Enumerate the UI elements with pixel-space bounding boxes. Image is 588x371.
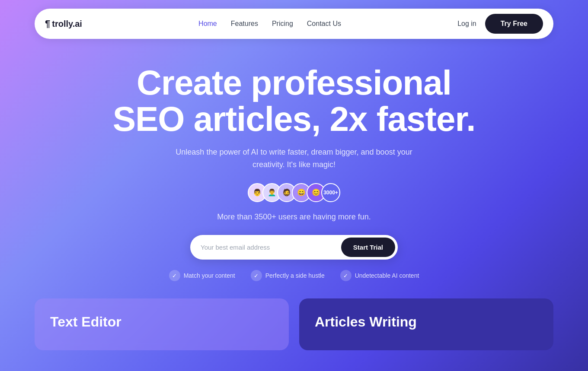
check-icon-3: ✓ (340, 270, 352, 281)
card-text-editor-title: Text Editor (50, 314, 121, 330)
badge-label-3: Undetectable AI content (355, 272, 419, 279)
logo-icon: ¶ (45, 18, 50, 29)
check-icon-1: ✓ (169, 270, 180, 281)
hero-headline-line2: SEO articles, 2x faster. (113, 100, 476, 138)
feature-badges: ✓ Match your content ✓ Perfectly a side … (0, 270, 588, 281)
email-form: Start Trial (190, 235, 398, 260)
try-free-button[interactable]: Try Free (485, 14, 543, 34)
navbar: ¶ trolly.ai Home Features Pricing Contac… (35, 9, 553, 39)
nav-pricing[interactable]: Pricing (272, 20, 293, 27)
avatar-count: 3000+ (321, 183, 340, 202)
card-text-editor: Text Editor (35, 298, 289, 350)
check-icon-2: ✓ (251, 270, 262, 281)
badge-label-2: Perfectly a side hustle (265, 272, 325, 279)
email-input[interactable] (201, 244, 341, 251)
card-articles-writing-title: Articles Writing (315, 314, 417, 330)
badge-side-hustle: ✓ Perfectly a side hustle (251, 270, 325, 281)
brand-name: trolly.ai (52, 19, 82, 29)
hero-subtext: Unleash the power of AI to write faster,… (0, 146, 588, 171)
badge-undetectable: ✓ Undetectable AI content (340, 270, 419, 281)
bottom-cards: Text Editor Articles Writing (35, 298, 553, 350)
users-count-text: More than 3500+ users are having more fu… (0, 211, 588, 223)
nav-contact[interactable]: Contact Us (307, 20, 341, 27)
nav-features[interactable]: Features (231, 20, 258, 27)
nav-right: Log in Try Free (457, 14, 543, 34)
card-articles-writing: Articles Writing (299, 298, 553, 350)
nav-links: Home Features Pricing Contact Us (198, 20, 341, 28)
badge-match-content: ✓ Match your content (169, 270, 235, 281)
badge-label-1: Match your content (184, 272, 235, 279)
hero-section: Create professional SEO articles, 2x fas… (0, 39, 588, 281)
hero-headline: Create professional SEO articles, 2x fas… (0, 65, 588, 137)
hero-headline-line1: Create professional (137, 63, 451, 102)
logo[interactable]: ¶ trolly.ai (45, 18, 82, 29)
nav-home[interactable]: Home (198, 20, 217, 27)
login-button[interactable]: Log in (457, 20, 476, 28)
start-trial-button[interactable]: Start Trial (341, 238, 395, 257)
avatar-group: 👨 👨‍🦱 🧔 😄 😊 3000+ (0, 183, 588, 202)
